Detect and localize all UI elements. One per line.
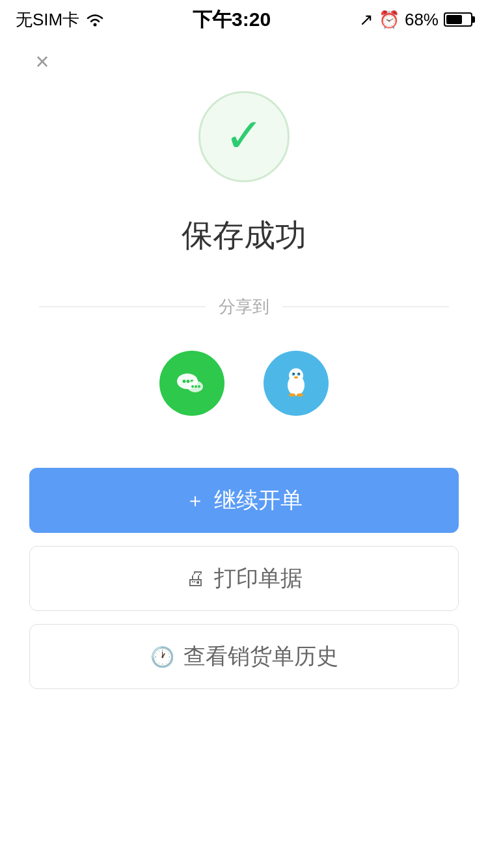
svg-point-7 bbox=[195, 385, 197, 388]
svg-point-14 bbox=[298, 373, 299, 374]
location-icon: ↗ bbox=[359, 10, 373, 30]
svg-point-15 bbox=[294, 376, 298, 379]
battery-bar bbox=[444, 12, 472, 27]
svg-point-18 bbox=[297, 394, 303, 397]
divider-right bbox=[282, 306, 449, 307]
history-label: 查看销货单历史 bbox=[183, 642, 338, 671]
status-carrier: 无SIM卡 bbox=[16, 8, 104, 31]
wifi-icon bbox=[86, 12, 104, 27]
close-icon: × bbox=[35, 50, 49, 74]
status-right: ↗ ⏰ 68% bbox=[359, 10, 472, 30]
qq-icon bbox=[277, 364, 315, 402]
print-icon: 🖨 bbox=[185, 567, 205, 590]
carrier-text: 无SIM卡 bbox=[16, 8, 79, 31]
battery-fill bbox=[446, 15, 462, 24]
alarm-icon: ⏰ bbox=[379, 10, 400, 30]
status-bar: 无SIM卡 下午3:20 ↗ ⏰ 68% bbox=[0, 0, 488, 39]
action-buttons: ＋ 继续开单 🖨 打印单据 🕐 查看销货单历史 bbox=[29, 468, 459, 689]
wechat-share-button[interactable] bbox=[159, 351, 224, 416]
share-label: 分享到 bbox=[206, 295, 282, 318]
svg-point-0 bbox=[94, 23, 97, 27]
continue-button[interactable]: ＋ 继续开单 bbox=[29, 468, 459, 533]
svg-point-17 bbox=[289, 394, 295, 397]
share-divider: 分享到 bbox=[0, 295, 488, 318]
svg-point-8 bbox=[198, 385, 200, 388]
clock-icon: 🕐 bbox=[150, 645, 174, 668]
battery-percent: 68% bbox=[405, 10, 439, 30]
continue-label: 继续开单 bbox=[214, 485, 303, 515]
share-icons bbox=[159, 351, 329, 416]
history-button[interactable]: 🕐 查看销货单历史 bbox=[29, 624, 459, 689]
success-title: 保存成功 bbox=[182, 215, 306, 256]
print-button[interactable]: 🖨 打印单据 bbox=[29, 546, 459, 611]
svg-point-6 bbox=[191, 385, 194, 388]
success-circle: ✓ bbox=[198, 91, 290, 182]
main-content: ✓ 保存成功 分享到 bbox=[0, 39, 488, 689]
print-label: 打印单据 bbox=[214, 563, 303, 593]
status-time: 下午3:20 bbox=[193, 7, 271, 33]
plus-icon: ＋ bbox=[185, 487, 205, 514]
svg-point-13 bbox=[293, 373, 294, 374]
svg-point-2 bbox=[183, 380, 186, 383]
svg-point-16 bbox=[291, 379, 301, 392]
close-button[interactable]: × bbox=[26, 46, 59, 78]
svg-point-3 bbox=[187, 380, 190, 383]
divider-left bbox=[39, 306, 206, 307]
qq-share-button[interactable] bbox=[264, 351, 329, 416]
checkmark-icon: ✓ bbox=[224, 112, 264, 159]
wechat-icon bbox=[173, 364, 211, 402]
